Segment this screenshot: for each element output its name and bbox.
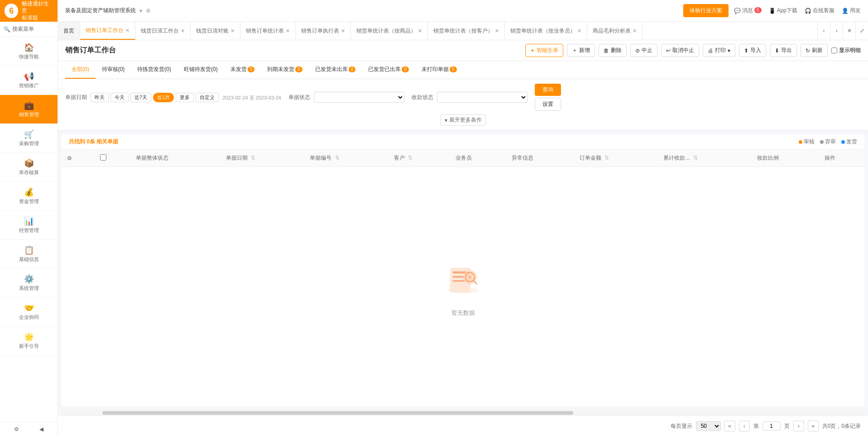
shipped-out-badge: 0 — [402, 66, 409, 72]
sidebar-search[interactable]: 🔍 搜索菜单 — [0, 22, 58, 37]
sidebar-item-purchase[interactable]: 🛒 采购管理 — [0, 124, 58, 153]
tab-close-sales-stats-product[interactable]: ✕ — [418, 28, 422, 34]
sub-tab-all[interactable]: 全部(0) — [65, 61, 96, 79]
tab-close-all-button[interactable]: ✕ — [843, 22, 855, 40]
status-filter-select[interactable] — [314, 92, 404, 103]
tab-nav-next-button[interactable]: › — [830, 22, 843, 40]
th-settings[interactable]: ⚙ — [62, 150, 95, 167]
date-btn-7days[interactable]: 近7天 — [130, 93, 151, 102]
sidebar-item-finance[interactable]: 💰 资金管理 — [0, 182, 58, 211]
tab-close-cash-reconcile[interactable]: ✕ — [230, 28, 235, 34]
tab-close-goods-margin[interactable]: ✕ — [633, 28, 637, 34]
revoke-action-link[interactable]: 弃审 — [820, 138, 836, 146]
show-detail-toggle[interactable]: 显示明细 — [831, 47, 861, 54]
review-dot — [799, 140, 802, 144]
tab-goods-margin[interactable]: 商品毛利分析表 ✕ — [587, 22, 643, 40]
export-button[interactable]: ⬇ 导出 — [770, 44, 797, 57]
print-button[interactable]: 🖨 打印 ▾ — [703, 44, 735, 57]
cancel-stop-button[interactable]: ↩ 取消中止 — [661, 44, 699, 57]
tab-sales-stats-product[interactable]: 销货单统计表（按商品） ✕ — [351, 22, 428, 40]
column-settings-icon[interactable]: ⚙ — [67, 155, 72, 161]
refresh-button[interactable]: ↻ 刷新 — [801, 44, 828, 57]
tab-close-sales-order-execute[interactable]: ✕ — [341, 28, 345, 34]
scrollbar-thumb[interactable] — [102, 411, 573, 415]
sidebar-item-inventory[interactable]: 📦 库存核算 — [0, 153, 58, 182]
date-btn-more[interactable]: 更多 — [176, 93, 194, 102]
tab-sales-stats-customer[interactable]: 销货单统计表（按客户） ✕ — [428, 22, 505, 40]
topbar-settings-icon[interactable]: ⚙ — [146, 8, 151, 14]
th-customer[interactable]: 客户 ⇅ — [388, 150, 450, 167]
sub-tab-pending-review[interactable]: 待审核(0) — [96, 61, 131, 79]
th-exception[interactable]: 异常信息 — [506, 150, 574, 167]
sub-tab-shipped-out[interactable]: 已发货已出库0 — [362, 61, 415, 79]
collapse-icon[interactable]: ◀ — [39, 426, 43, 432]
th-status[interactable]: 单据整体状态 — [130, 150, 221, 167]
th-salesman[interactable]: 业务员 — [450, 150, 507, 167]
tab-close-sales-order-stats[interactable]: ✕ — [286, 28, 290, 34]
tab-sales-order-execute[interactable]: 销售订单执行表 ✕ — [296, 22, 351, 40]
tab-fullscreen-button[interactable]: ⤢ — [855, 22, 868, 40]
tab-sales-stats-staff[interactable]: 销货单统计表（按业务员） ✕ — [505, 22, 587, 40]
smart-generate-button[interactable]: ✦ 智能生单 — [525, 44, 563, 57]
tab-cash-reconcile[interactable]: 钱货日清对账 ✕ — [191, 22, 240, 40]
th-collected[interactable]: 累计收款... ⇅ — [658, 150, 751, 167]
next-page-button[interactable]: › — [793, 421, 804, 431]
user-button[interactable]: 👤 用友 — [842, 7, 861, 14]
th-number[interactable]: 单据编号 ⇅ — [304, 150, 388, 167]
th-checkbox[interactable] — [95, 150, 130, 167]
sub-tab-shipped-not-out[interactable]: 已发货未出库0 — [309, 61, 362, 79]
tab-close-cash-daily[interactable]: ✕ — [181, 28, 185, 34]
sidebar-item-quick-nav[interactable]: 🏠 快捷导航 — [0, 37, 58, 66]
review-action-link[interactable]: 审核 — [799, 138, 815, 146]
sub-tab-pending-inspection[interactable]: 待拣货发货(0) — [131, 61, 177, 79]
date-btn-yesterday[interactable]: 昨天 — [91, 93, 109, 102]
tab-sales-workbench[interactable]: 销售订单工作台 ✕ — [80, 22, 135, 40]
stop-button[interactable]: ⊘ 中止 — [630, 44, 657, 57]
first-page-button[interactable]: « — [724, 421, 735, 431]
tab-home[interactable]: 首页 — [58, 22, 80, 40]
th-date[interactable]: 单据日期 ⇅ — [221, 150, 305, 167]
sub-tab-not-printed[interactable]: 未打印单据0 — [415, 61, 463, 79]
message-button[interactable]: 💬 消息 6 — [734, 7, 762, 14]
page-input[interactable] — [762, 422, 781, 431]
tab-nav-prev-button[interactable]: ‹ — [817, 22, 830, 40]
add-button[interactable]: ＋ 新增 — [567, 44, 595, 57]
tab-cash-daily[interactable]: 钱货日清工作台 ✕ — [135, 22, 191, 40]
sidebar-item-system[interactable]: ⚙️ 系统管理 — [0, 269, 58, 298]
last-page-button[interactable]: » — [808, 421, 819, 431]
query-button[interactable]: 查询 — [535, 84, 561, 96]
ship-action-link[interactable]: 发货 — [841, 138, 857, 146]
date-btn-custom[interactable]: 自定义 — [196, 93, 219, 102]
online-service-button[interactable]: 🎧 在线客服 — [805, 7, 834, 14]
sidebar-item-marketing[interactable]: 📢 营销推广 — [0, 66, 58, 95]
sidebar-item-operation[interactable]: 📊 经营管理 — [0, 211, 58, 240]
delete-button[interactable]: 🗑 删除 — [599, 44, 627, 57]
select-all-checkbox[interactable] — [100, 154, 106, 161]
tab-close-sales-stats-staff[interactable]: ✕ — [577, 28, 581, 34]
industry-solution-button[interactable]: 体验行业方案 — [683, 4, 729, 17]
filter-setting-button[interactable]: 设置 — [535, 98, 561, 111]
prev-page-button[interactable]: ‹ — [739, 421, 750, 431]
expand-filter-button[interactable]: ▾ 展开更多条件 — [441, 114, 486, 126]
settings-footer-icon[interactable]: ⚙ — [14, 426, 19, 432]
empty-text: 暂无数据 — [451, 309, 475, 317]
th-amount[interactable]: 订单金额 ⇅ — [574, 150, 658, 167]
payment-filter-select[interactable] — [437, 92, 528, 103]
show-detail-checkbox[interactable] — [831, 47, 837, 53]
sidebar-item-sales[interactable]: 💼 销售管理 — [0, 95, 58, 124]
per-page-select[interactable]: 50 10 20 100 — [696, 421, 721, 431]
sub-tab-not-shipped[interactable]: 未发货0 — [224, 61, 261, 79]
sidebar-item-base[interactable]: 📋 基础信息 — [0, 240, 58, 269]
sub-tab-wangpu-pending[interactable]: 旺铺待发货(0) — [177, 61, 224, 79]
horizontal-scrollbar[interactable] — [62, 410, 864, 416]
tab-close-sales-stats-customer[interactable]: ✕ — [495, 28, 499, 34]
tab-sales-order-stats[interactable]: 销售订单统计表 ✕ — [240, 22, 296, 40]
date-btn-today[interactable]: 今天 — [110, 93, 129, 102]
sidebar-item-enterprise[interactable]: 🤝 企业协同 — [0, 298, 58, 327]
sub-tab-expired-not-shipped[interactable]: 到期未发货0 — [261, 61, 309, 79]
sidebar-item-guide[interactable]: 🌟 新手引导 — [0, 327, 58, 355]
import-button[interactable]: ⬆ 导入 — [739, 44, 766, 57]
tab-close-sales-workbench[interactable]: ✕ — [125, 28, 129, 33]
date-btn-1month[interactable]: 近1月 — [153, 93, 174, 102]
app-download-button[interactable]: 📱 App下载 — [769, 7, 797, 14]
